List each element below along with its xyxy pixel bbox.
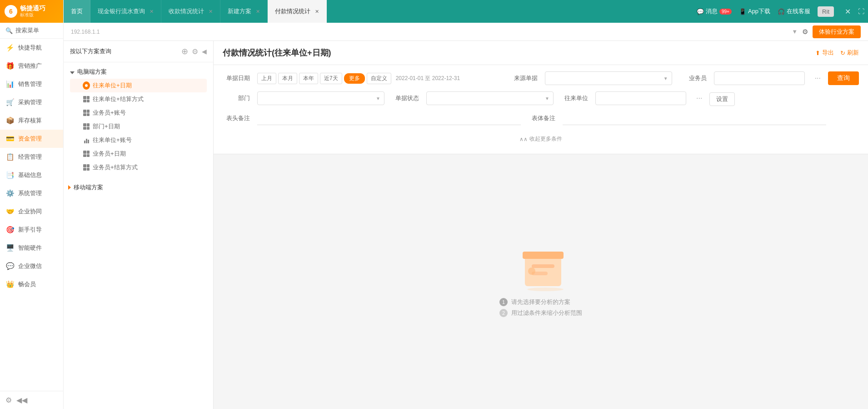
guide-icon: 🎯 [5,225,15,234]
query-button[interactable]: 查询 [828,71,859,85]
export-button[interactable]: ⬆ 导出 [815,49,834,57]
empty-svg [518,246,573,292]
collapse-more-bar[interactable]: ∧∧ 收起更多条件 [223,131,859,147]
scheme-item-unit-date[interactable]: 往来单位+日期 [70,79,207,92]
message-icon: 💬 [697,8,704,15]
content-area: 按以下方案查询 ⊕ ⚙ ◀ 电脑端方案 往来单位+日期 [64,41,868,409]
scheme-item-staff-account[interactable]: 业务员+账号 [70,106,207,120]
sidebar-item-basic[interactable]: 📑 基础信息 [0,166,63,184]
voucher-status-select[interactable]: ▼ [426,91,554,105]
scheme-item-unit-account[interactable]: 往来单位+账号 [70,133,207,147]
tab-receipt[interactable]: 收款情况统计 ✕ [161,0,220,23]
pc-label: 电脑端方案 [77,68,107,76]
pc-scheme-group-label[interactable]: 电脑端方案 [70,65,207,79]
table-header-note-input[interactable] [257,111,521,125]
nav-dropdown-icon[interactable]: ▼ [792,28,798,35]
settings-button[interactable]: 设置 [709,92,735,106]
filter-area: 单据日期 上月 本月 本年 近7天 更多 自定义 2022-01-01 至 20… [214,65,868,154]
dept-select[interactable]: ▼ [257,91,384,105]
date-btn-more[interactable]: 更多 [344,73,365,84]
date-btn-this-year[interactable]: 本年 [299,73,318,84]
sidebar-item-sales[interactable]: 📊 销售管理 [0,75,63,93]
hint-num-1: 1 [499,298,508,306]
related-unit-select[interactable] [595,91,686,105]
payment-tab-close[interactable]: ✕ [315,9,319,15]
filter-row-3: 表头备注 表体备注 [223,111,859,125]
subtopbar-gear-icon[interactable]: ⚙ [802,28,808,36]
sidebar-item-operation[interactable]: 📋 经营管理 [0,148,63,166]
scheme-item-unit-settle[interactable]: 往来单位+结算方式 [70,92,207,106]
tab-home[interactable]: 首页 [64,0,90,23]
scheme-grid-icon-2 [83,109,90,116]
date-btn-last-7days[interactable]: 近7天 [320,73,342,84]
scheme-unit-settle-label: 往来单位+结算方式 [93,95,144,103]
date-btn-this-month[interactable]: 本月 [278,73,297,84]
address-bar: 192.168.1.1 [71,29,787,35]
system-icon: ⚙️ [5,189,15,198]
sidebar-item-guide[interactable]: 🎯 新手引导 [0,221,63,239]
messages-button[interactable]: 💬 消息 99+ [697,7,732,15]
search-menu-item[interactable]: 🔍 搜索菜单 [0,23,63,39]
related-unit-dots-icon[interactable]: ··· [696,94,702,102]
add-scheme-icon[interactable]: ⊕ [181,46,188,56]
sidebar-item-capital[interactable]: 💳 资金管理 [0,130,63,148]
left-panel: 按以下方案查询 ⊕ ⚙ ◀ 电脑端方案 往来单位+日期 [64,41,214,409]
empty-hints: 1 请先选择要分析的方案 2 用过滤条件来缩小分析范围 [499,298,582,317]
sidebar: 6 畅捷通巧 标准版 🔍 搜索菜单 ⚡ 快捷导航 🎁 营销推广 📊 销售管理 🛒… [0,0,64,409]
scheme-item-staff-settle[interactable]: 业务员+结算方式 [70,161,207,174]
logo-text: 畅捷通巧 标准版 [20,5,45,19]
operation-icon: 📋 [5,152,15,162]
empty-hint-2: 2 用过滤条件来缩小分析范围 [499,309,582,317]
scheme-staff-settle-label: 业务员+结算方式 [93,163,138,172]
topbar-close-button[interactable]: ✕ [841,7,854,16]
wechat-icon: 💬 [5,262,15,271]
sidebar-item-enterprise[interactable]: 🤝 企业协同 [0,202,63,221]
sidebar-item-marketing[interactable]: 🎁 营销推广 [0,57,63,75]
scheme-grid-icon-3 [83,123,90,130]
sidebar-item-inventory[interactable]: 📦 库存核算 [0,111,63,130]
collapse-up-icon: ∧∧ [519,136,528,142]
tab-bank[interactable]: 现金银行流水查询 ✕ [90,0,161,23]
scheme-unit-date-label: 往来单位+日期 [93,81,132,90]
app-download-label: App下载 [748,7,770,15]
staff-dots-icon[interactable]: ··· [815,74,821,82]
staff-select[interactable] [714,71,805,85]
bank-tab-close[interactable]: ✕ [150,9,154,15]
collapse-panel-icon[interactable]: ◀ [202,48,207,55]
collapse-label: 收起更多条件 [529,135,562,143]
tab-payment[interactable]: 付款情况统计 ✕ [268,0,327,23]
new-scheme-tab-close[interactable]: ✕ [256,9,260,15]
tab-new-scheme[interactable]: 新建方案 ✕ [220,0,268,23]
topbar-expand-button[interactable]: ⛶ [854,8,868,15]
sidebar-item-hardware[interactable]: 🖥️ 智能硬件 [0,239,63,257]
search-menu-label: 搜索菜单 [15,26,39,35]
main-area: 首页 现金银行流水查询 ✕ 收款情况统计 ✕ 新建方案 ✕ 付款情况统计 ✕ 💬 [64,0,868,409]
table-body-note-label: 表体备注 [528,114,555,122]
mobile-scheme-group-label[interactable]: 移动端方案 [64,181,213,194]
sidebar-item-system[interactable]: ⚙️ 系统管理 [0,184,63,202]
right-content: 付款情况统计(往来单位+日期) ⬆ 导出 ↻ 刷新 单据日期 [214,41,868,409]
scheme-item-dept-date[interactable]: 部门+日期 [70,120,207,133]
table-body-note-input[interactable] [563,111,826,125]
sidebar-item-wechat[interactable]: 💬 企业微信 [0,257,63,275]
svg-rect-1 [523,252,564,259]
receipt-tab-close[interactable]: ✕ [209,9,213,15]
scheme-unit-account-label: 往来单位+账号 [93,136,132,144]
online-service-button[interactable]: 🎧 在线客服 [778,7,810,15]
sidebar-item-member[interactable]: 👑 畅会员 [0,275,63,293]
date-btn-custom[interactable]: 自定义 [367,73,391,84]
sidebar-item-purchase[interactable]: 🛒 采购管理 [0,93,63,111]
date-btn-last-month[interactable]: 上月 [257,73,276,84]
trial-button[interactable]: 体验行业方案 [813,25,861,38]
source-select[interactable]: ▼ [545,71,672,85]
app-download-button[interactable]: 📱 App下载 [739,7,770,15]
user-avatar[interactable]: Rit [818,6,834,17]
empty-illustration: 1 请先选择要分析的方案 2 用过滤条件来缩小分析范围 [499,246,582,317]
sidebar-item-shortcut[interactable]: ⚡ 快捷导航 [0,39,63,57]
scheme-item-staff-date[interactable]: 业务员+日期 [70,147,207,161]
collapse-sidebar-icon[interactable]: ◀◀ [16,396,27,404]
online-service-label: 在线客服 [787,7,810,15]
settings-gear-icon[interactable]: ⚙ [5,396,12,404]
refresh-button[interactable]: ↻ 刷新 [840,49,859,57]
settings-scheme-icon[interactable]: ⚙ [192,47,198,56]
